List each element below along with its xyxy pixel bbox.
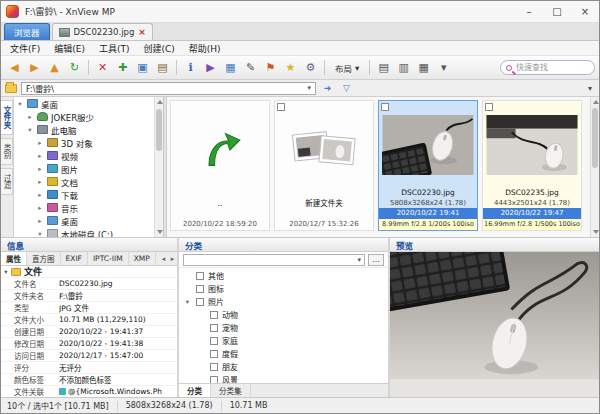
thumbnail-checkbox[interactable] bbox=[277, 103, 285, 111]
scroll-up-icon[interactable] bbox=[155, 97, 163, 106]
category-family[interactable]: 家庭 bbox=[179, 334, 388, 347]
side-tab-folders[interactable]: 文件夹 bbox=[1, 100, 13, 135]
quick-search-box[interactable] bbox=[500, 60, 595, 75]
tab-iptc[interactable]: IPTC-IIM bbox=[88, 252, 129, 265]
scroll-up-icon[interactable] bbox=[591, 97, 599, 106]
tab-scroll-left-icon[interactable]: ◂ bbox=[159, 252, 168, 265]
expander-icon[interactable]: ▸ bbox=[36, 191, 44, 199]
category-filter-combobox[interactable]: ▾ bbox=[183, 254, 365, 266]
browser-scrollbar[interactable] bbox=[590, 97, 599, 237]
category-icons[interactable]: 图标 bbox=[179, 282, 388, 295]
path-combobox[interactable]: F:\雷鈴\ ▾ bbox=[21, 82, 316, 95]
scroll-down-icon[interactable] bbox=[591, 228, 599, 237]
scrollbar-thumb[interactable] bbox=[592, 108, 598, 168]
menu-tools[interactable]: 工具(T) bbox=[92, 42, 137, 55]
thumbnail-dsc02230[interactable]: DSC02230.jpg 5808x3268x24 (1.78) 2020/10… bbox=[378, 100, 478, 231]
more-options-button[interactable]: … bbox=[368, 254, 384, 266]
details-view-icon[interactable]: ▦ bbox=[414, 58, 433, 77]
category-animals[interactable]: 动物 bbox=[179, 308, 388, 321]
tree-item-documents[interactable]: ▸ 文档 bbox=[14, 175, 163, 188]
settings-icon[interactable]: ⚙ bbox=[301, 58, 320, 77]
expander-icon[interactable]: ▸ bbox=[36, 178, 44, 186]
category-checkbox[interactable] bbox=[210, 363, 218, 371]
up-icon[interactable]: ▲ bbox=[45, 58, 64, 77]
tree-item-videos[interactable]: ▸ 视频 bbox=[14, 149, 163, 162]
tree-item-desktop-folder[interactable]: ▸ 桌面 bbox=[14, 214, 163, 227]
tab-close-icon[interactable]: × bbox=[138, 27, 146, 37]
tab-browser[interactable]: 浏览器 bbox=[4, 23, 50, 40]
tree-item-music[interactable]: ▸ 音乐 bbox=[14, 201, 163, 214]
go-icon[interactable]: ➜ bbox=[320, 81, 335, 95]
tab-xmp[interactable]: XMP bbox=[129, 252, 156, 265]
edit-icon[interactable]: ✎ bbox=[241, 58, 260, 77]
category-checkbox[interactable] bbox=[210, 337, 218, 345]
view-options-caret-icon[interactable]: ▾ bbox=[434, 58, 453, 77]
compare-icon[interactable]: ▦ bbox=[221, 58, 240, 77]
back-icon[interactable]: ◀ bbox=[5, 58, 24, 77]
slideshow-icon[interactable]: ▶ bbox=[201, 58, 220, 77]
tab-properties[interactable]: 属性 bbox=[1, 252, 27, 265]
thumbnail-dsc02235[interactable]: DSC02235.jpg 4443x2501x24 (1.78) 2020/10… bbox=[482, 100, 582, 231]
search-input[interactable] bbox=[516, 63, 589, 72]
menu-create[interactable]: 创建(C) bbox=[136, 42, 181, 55]
tree-item-pictures[interactable]: ▸ 图片 bbox=[14, 162, 163, 175]
category-pets[interactable]: 宠物 bbox=[179, 321, 388, 334]
layout-dropdown[interactable]: 布局 ▾ bbox=[329, 58, 365, 77]
category-checkbox[interactable] bbox=[210, 324, 218, 332]
category-vacation[interactable]: 度假 bbox=[179, 347, 388, 360]
tab-exif[interactable]: EXIF bbox=[61, 252, 88, 265]
tab-categories[interactable]: 分类 bbox=[179, 384, 211, 397]
side-tab-categories[interactable]: 类别 bbox=[1, 138, 13, 165]
expander-icon[interactable]: ▸ bbox=[36, 152, 44, 160]
tree-item-user[interactable]: ▸ JOKER服少 bbox=[14, 110, 163, 123]
delete-icon[interactable]: ✕ bbox=[93, 58, 112, 77]
category-friends[interactable]: 朋友 bbox=[179, 360, 388, 373]
expander-icon[interactable]: ▾ bbox=[26, 126, 34, 134]
category-photos[interactable]: ▾ 照片 bbox=[179, 295, 388, 308]
refresh-icon[interactable]: ↻ bbox=[65, 58, 84, 77]
category-checkbox[interactable] bbox=[196, 285, 204, 293]
tag-icon[interactable]: ⚑ bbox=[261, 58, 280, 77]
category-landscape[interactable]: 风景 bbox=[179, 373, 388, 383]
star-icon[interactable]: ★ bbox=[281, 58, 300, 77]
copy-icon[interactable]: ▣ bbox=[133, 58, 152, 77]
menu-file[interactable]: 文件(F) bbox=[3, 42, 47, 55]
expander-icon[interactable]: ▾ bbox=[16, 100, 24, 108]
menu-help[interactable]: 帮助(H) bbox=[182, 42, 228, 55]
expander-icon[interactable]: ▾ bbox=[183, 298, 192, 306]
forward-icon[interactable]: ▶ bbox=[25, 58, 44, 77]
new-folder-icon[interactable]: ✚ bbox=[113, 58, 132, 77]
scrollbar-thumb[interactable] bbox=[156, 109, 162, 151]
tree-item-desktop[interactable]: ▾ 桌面 bbox=[14, 97, 163, 110]
category-checkbox[interactable] bbox=[210, 376, 218, 384]
panel-menu-caret-icon[interactable]: ▾ bbox=[585, 84, 595, 93]
info-icon[interactable]: ℹ bbox=[181, 58, 200, 77]
thumbnails-view-icon[interactable]: ▤ bbox=[374, 58, 393, 77]
tab-image[interactable]: DSC02230.jpg × bbox=[52, 23, 153, 40]
category-checkbox[interactable] bbox=[196, 298, 204, 306]
tab-category-sets[interactable]: 分类集 bbox=[211, 384, 251, 397]
expander-icon[interactable]: ▸ bbox=[36, 204, 44, 212]
expander-icon[interactable]: ▸ bbox=[36, 217, 44, 225]
category-other[interactable]: 其他 bbox=[179, 269, 388, 282]
thumbnail-new-folder[interactable]: 新建文件夹 2020/12/7 15:32:26 bbox=[274, 100, 374, 231]
tree-scrollbar[interactable] bbox=[154, 97, 163, 237]
thumbnail-checkbox[interactable] bbox=[381, 103, 389, 111]
thumbnail-checkbox[interactable] bbox=[485, 103, 493, 111]
expander-icon[interactable]: ▸ bbox=[36, 165, 44, 173]
filmstrip-view-icon[interactable]: ▥ bbox=[394, 58, 413, 77]
expander-icon[interactable]: ▾ bbox=[36, 230, 44, 238]
expander-icon[interactable]: ▸ bbox=[26, 113, 34, 121]
maximize-button[interactable]: □ bbox=[543, 1, 571, 22]
expander-icon[interactable]: ▸ bbox=[36, 139, 44, 147]
move-icon[interactable]: ▤ bbox=[153, 58, 172, 77]
tree-item-downloads[interactable]: ▸ 下载 bbox=[14, 188, 163, 201]
tab-scroll-right-icon[interactable]: ▸ bbox=[168, 252, 177, 265]
menu-edit[interactable]: 编辑(E) bbox=[47, 42, 92, 55]
expander-icon[interactable]: ▾ bbox=[1, 268, 11, 276]
category-checkbox[interactable] bbox=[210, 350, 218, 358]
tree-item-local-disk-c[interactable]: ▾ 本地磁盘 (C:) bbox=[14, 227, 163, 237]
tree-item-3d-objects[interactable]: ▸ 3D 对象 bbox=[14, 136, 163, 149]
category-checkbox[interactable] bbox=[210, 311, 218, 319]
filter-icon[interactable]: ▽ bbox=[339, 81, 354, 95]
